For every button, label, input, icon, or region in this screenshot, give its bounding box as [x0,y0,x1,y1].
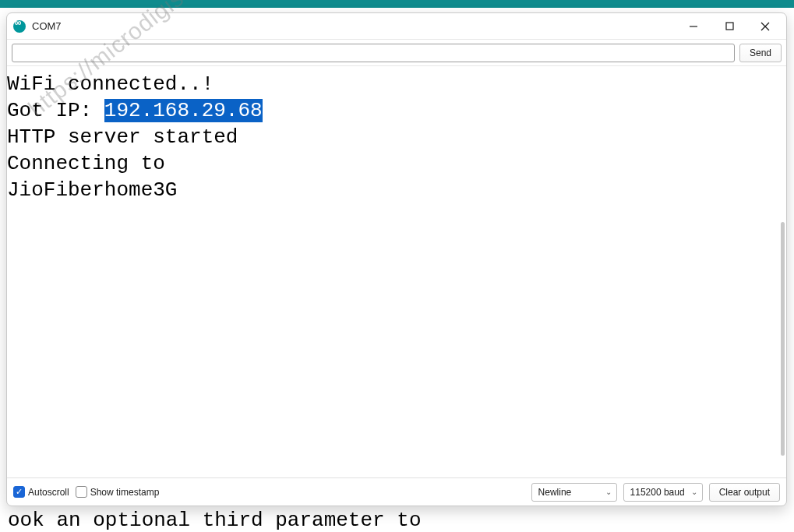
chevron-down-icon: ⌄ [605,488,612,496]
autoscroll-label: Autoscroll [28,487,69,498]
teal-top-bar [0,0,794,8]
window-title: COM7 [32,20,62,32]
bottom-toolbar: ✓ Autoscroll Show timestamp Newline ⌄ 11… [7,477,786,506]
timestamp-label: Show timestamp [90,487,160,498]
baud-rate-select[interactable]: 115200 baud ⌄ [623,483,703,502]
clear-output-button[interactable]: Clear output [709,483,780,502]
autoscroll-checkbox[interactable]: ✓ [13,486,25,498]
timestamp-checkbox[interactable] [76,486,87,498]
titlebar: COM7 [7,13,786,40]
console-line: WiFi connected..! [7,72,213,96]
autoscroll-checkbox-row[interactable]: ✓ Autoscroll [13,486,69,498]
arduino-icon [13,20,26,33]
close-button[interactable] [747,15,783,38]
serial-monitor-window: COM7 Send WiFi connected..! Got IP: 192.… [6,12,787,506]
console-line: JioFiberhome3G [7,178,177,202]
serial-input[interactable] [12,44,735,62]
timestamp-checkbox-row[interactable]: Show timestamp [76,486,160,498]
console-line: HTTP server started [7,125,238,149]
baud-rate-value: 115200 baud [630,487,685,498]
console-line-prefix: Got IP: [7,99,104,122]
behind-window-text: ook an optional third parameter to [8,509,422,532]
svg-rect-1 [726,23,733,30]
chevron-down-icon: ⌄ [691,488,697,496]
minimize-button[interactable] [676,15,711,38]
send-toolbar: Send [7,40,786,66]
line-ending-value: Newline [538,487,572,498]
serial-output-area[interactable]: WiFi connected..! Got IP: 192.168.29.68 … [7,66,786,477]
send-button[interactable]: Send [739,44,782,62]
maximize-button[interactable] [711,15,747,38]
serial-output-text: WiFi connected..! Got IP: 192.168.29.68 … [7,66,786,203]
line-ending-select[interactable]: Newline ⌄ [531,483,617,502]
console-line: Connecting to [7,152,165,175]
scrollbar-thumb[interactable] [781,222,785,456]
highlighted-ip: 192.168.29.68 [104,99,263,122]
